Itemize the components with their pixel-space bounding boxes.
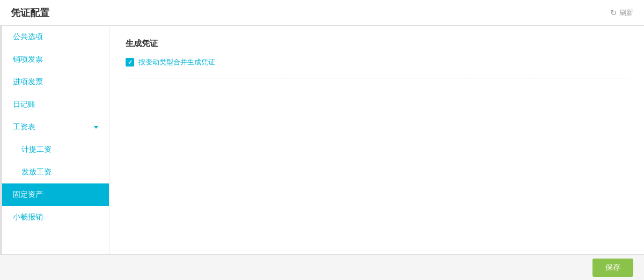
- sidebar-item-label: 固定资产: [13, 190, 43, 200]
- sidebar-item-expense-claim[interactable]: 小畅报销: [2, 206, 109, 229]
- sidebar-item-pay-salary[interactable]: 发放工资: [2, 161, 109, 183]
- sidebar-item-label: 进项发票: [13, 77, 43, 87]
- section-title: 生成凭证: [126, 39, 628, 49]
- sidebar-item-sales-invoice[interactable]: 销项发票: [2, 48, 109, 71]
- content-area: 生成凭证 按变动类型合并生成凭证: [109, 26, 644, 254]
- sidebar-item-public-options[interactable]: 公共选项: [2, 26, 109, 48]
- sidebar-item-label: 发放工资: [21, 167, 52, 177]
- save-button[interactable]: 保存: [592, 259, 633, 277]
- footer: 保存: [0, 254, 644, 280]
- sidebar: 公共选项销项发票进项发票日记账工资表计提工资发放工资固定资产小畅报销: [2, 26, 109, 254]
- chevron-down-icon: [94, 126, 98, 129]
- sidebar-item-label: 计提工资: [21, 145, 52, 154]
- main-layout: 公共选项销项发票进项发票日记账工资表计提工资发放工资固定资产小畅报销 生成凭证 …: [0, 26, 644, 254]
- sidebar-item-label: 公共选项: [13, 32, 43, 42]
- section-divider: [126, 78, 628, 78]
- checkbox-label: 按变动类型合并生成凭证: [138, 57, 215, 67]
- refresh-icon: ↻: [610, 8, 617, 18]
- page-title: 凭证配置: [11, 6, 49, 19]
- sidebar-item-label: 日记账: [13, 100, 35, 109]
- sidebar-item-fixed-assets[interactable]: 固定资产: [2, 183, 109, 206]
- refresh-label: 刷新: [619, 8, 633, 18]
- sidebar-item-calc-salary[interactable]: 计提工资: [2, 138, 109, 161]
- checkbox-row: 按变动类型合并生成凭证: [126, 57, 628, 67]
- sidebar-item-journal[interactable]: 日记账: [2, 93, 109, 116]
- header: 凭证配置 ↻ 刷新: [0, 0, 644, 26]
- refresh-button[interactable]: ↻ 刷新: [610, 8, 633, 18]
- merge-by-type-checkbox[interactable]: [126, 58, 134, 67]
- sidebar-item-payroll-table[interactable]: 工资表: [2, 116, 109, 138]
- sidebar-item-label: 小畅报销: [13, 212, 43, 222]
- sidebar-item-purchase-invoice[interactable]: 进项发票: [2, 71, 109, 93]
- sidebar-item-label: 销项发票: [13, 55, 43, 64]
- sidebar-item-label: 工资表: [13, 122, 35, 132]
